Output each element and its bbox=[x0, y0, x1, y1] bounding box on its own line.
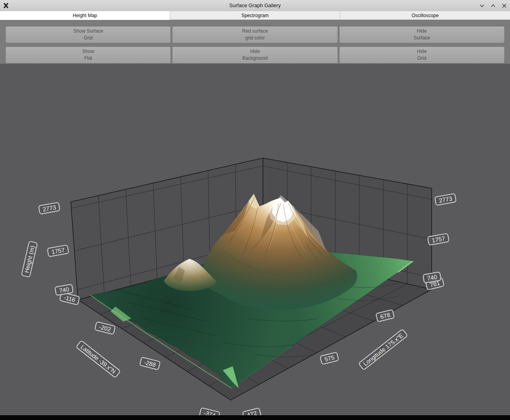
tab-bar: Height Map Spectrogram Oscilloscope bbox=[0, 11, 510, 20]
app-window: Surface Graph Gallery Height Map Spectro… bbox=[0, 0, 510, 420]
window-menu-button[interactable] bbox=[478, 2, 485, 10]
show-surface-grid-button[interactable]: Show Surface Grid bbox=[6, 26, 171, 43]
toolbar: Show Surface Grid Red surface grid color… bbox=[0, 20, 510, 64]
hide-grid-button[interactable]: Hide Grid bbox=[339, 47, 504, 63]
chevron-up-icon bbox=[491, 3, 496, 8]
tab-oscilloscope[interactable]: Oscilloscope bbox=[340, 11, 510, 20]
hide-surface-button[interactable]: Hide Surface bbox=[339, 26, 504, 43]
close-icon bbox=[502, 3, 507, 8]
bottom-black-bar bbox=[0, 415, 510, 420]
window-title: Surface Graph Gallery bbox=[0, 2, 510, 8]
tab-height-map[interactable]: Height Map bbox=[0, 11, 170, 20]
tab-spectrogram[interactable]: Spectrogram bbox=[170, 11, 341, 20]
chevron-down-icon bbox=[479, 3, 485, 8]
window-close-button[interactable] bbox=[500, 2, 508, 10]
window-controls bbox=[478, 2, 508, 10]
surface-grid-color-button[interactable]: Red surface grid color bbox=[172, 26, 337, 43]
show-flat-button[interactable]: Show Flat bbox=[6, 47, 171, 63]
surface-3d-view[interactable]: 2773 1757 -116 740 -202 -288 -374 Latitu… bbox=[0, 64, 510, 420]
window-maximize-button[interactable] bbox=[489, 2, 496, 10]
hide-background-button[interactable]: Hide Background bbox=[172, 47, 337, 63]
titlebar: Surface Graph Gallery bbox=[0, 0, 510, 12]
